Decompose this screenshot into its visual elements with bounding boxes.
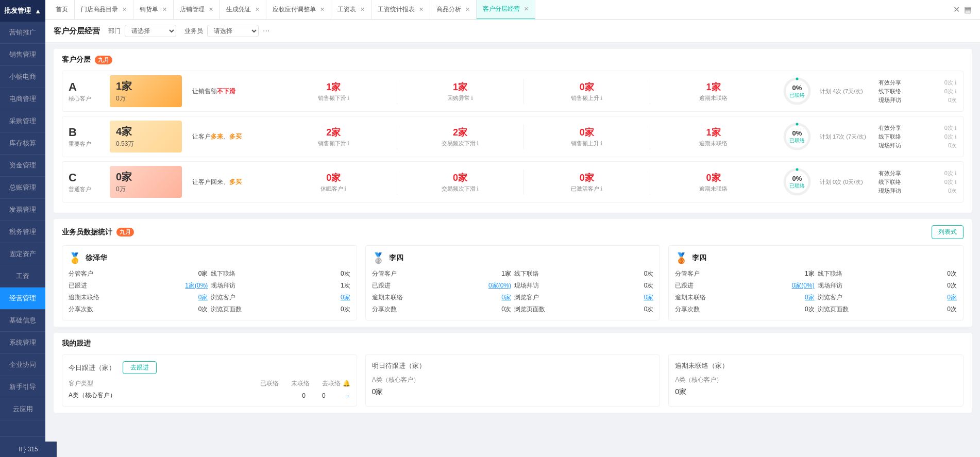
followup-today-row-a: A类（核心客户） 0 0 → [69,391,350,400]
page-title: 客户分层经营 [54,26,100,36]
tab-close-sales-order[interactable]: ✕ [162,6,167,13]
tab-close-store-products[interactable]: ✕ [122,6,127,13]
tier-right-a: 有效分享0次 ℹ 线下联络0次 ℹ 现场拜访0次 [874,79,957,104]
tab-close-payroll-table[interactable]: ✕ [360,6,365,13]
sidebar-item-payroll[interactable]: 工资 [0,265,45,287]
followup-overdue: 逾期未联络（家） A类（核心客户） 0家 [668,354,964,407]
customer-tier-title: 客户分层 九月 [62,55,964,64]
sidebar-item-guide[interactable]: 新手引导 [0,376,45,398]
tier-stats-a: 1家 销售额下滑 ℹ 1家 回购异常 ℹ 0家 销售额上升 ℹ 1家 逾期未联络 [271,79,776,104]
tab-bar: 首页 门店商品目录 ✕ 销货单 ✕ 店铺管理 ✕ 生成凭证 ✕ 应收应付调整单 … [45,0,980,20]
sidebar-item-operations[interactable]: 经营管理 [0,287,45,310]
tier-row-b: B 重要客户 4家 0.53万 让客户多来、多买 2家 销售额下滑 ℹ 2 [62,116,964,157]
tab-voucher[interactable]: 生成凭证 ✕ [220,0,266,20]
biz-header: 业务员数据统计 九月 列表式 [62,225,964,239]
followup-circle-c: 0% 已联络 [776,166,818,197]
tier-stat-b-3[interactable]: 0家 销售额上升 ℹ [524,124,651,149]
biz-title: 业务员数据统计 九月 [62,228,134,237]
list-view-button[interactable]: 列表式 [932,225,964,239]
medal-1: 🥇 [69,252,81,264]
sidebar-item-system[interactable]: 系统管理 [0,332,45,354]
sidebar-item-collab[interactable]: 企业协同 [0,354,45,376]
sidebar-item-marketing[interactable]: 营销推广 [0,22,45,44]
sidebar-item-sales[interactable]: 销售管理 [0,44,45,66]
biz-stats-1: 分管客户0家 线下联络0次 已跟进1家(0%) 现场拜访1次 逾期未联络0家 浏… [69,269,350,314]
tier-stat-c-3[interactable]: 0家 已激活客户 ℹ [524,170,651,195]
sidebar-item-cloud[interactable]: 云应用 [0,398,45,420]
sales-select[interactable]: 请选择 [207,25,259,37]
tier-plan-c: 计划 0次 (0天/次) [818,178,874,186]
tab-payroll-table[interactable]: 工资表 ✕ [331,0,371,20]
biz-card-3: 🥉 李四 分管客户1家 线下联络0次 已跟进0家(0%) 现场拜访0次 逾期未联… [668,245,964,320]
my-followup-section: 我的跟进 今日跟进（家） 去跟进 客户类型 已联络 未联络 去联络 🔔 [54,333,972,413]
sidebar-item-tax[interactable]: 税务管理 [0,221,45,243]
followup-circle-a: 0% 已联络 [776,76,818,107]
biz-card-1: 🥇 徐泽华 分管客户0家 线下联络0次 已跟进1家(0%) 现场拜访1次 逾期未… [62,245,357,320]
tier-suggest-c: 让客户回来、多买 [188,178,271,187]
go-followup-button[interactable]: 去跟进 [123,361,157,374]
tier-stat-b-1[interactable]: 2家 销售额下滑 ℹ [271,124,397,149]
tier-stat-a-3[interactable]: 0家 销售额上升 ℹ [524,79,651,104]
sales-filter-group: 业务员 请选择 ··· [184,25,269,37]
tab-home[interactable]: 首页 [49,0,75,20]
tab-close-store-management[interactable]: ✕ [209,6,213,13]
tier-right-c: 有效分享0次 ℹ 线下联络0次 ℹ 现场拜访0次 [874,170,957,195]
sidebar-title: 批发管理 [4,6,31,15]
content-body: 客户分层 九月 A 核心客户 1家 0万 让销售额不下滑 1家 [45,43,980,457]
tab-store-management[interactable]: 店铺管理 ✕ [174,0,220,20]
biz-month-badge: 九月 [116,228,134,236]
sidebar-item-inventory[interactable]: 库存核算 [0,132,45,155]
sidebar: 批发管理 ▲ 营销推广 销售管理 小畅电商 电商管理 采购管理 库存核算 资金管… [0,0,45,457]
tab-close-payroll-report[interactable]: ✕ [419,6,424,13]
followup-grid: 今日跟进（家） 去跟进 客户类型 已联络 未联络 去联络 🔔 A类（核心客户） … [62,354,964,407]
content-header: 客户分层经营 部门 请选择 业务员 请选择 ··· [45,20,980,43]
tier-stat-b-2[interactable]: 2家 交易频次下滑 ℹ [397,124,524,149]
sidebar-collapse-icon[interactable]: ▲ [35,7,41,15]
medal-2: 🥈 [372,252,385,264]
tier-stat-a-2[interactable]: 1家 回购异常 ℹ [397,79,524,104]
tab-close-ar-ap[interactable]: ✕ [320,6,325,13]
tab-close-voucher[interactable]: ✕ [255,6,260,13]
tier-suggest-b: 让客户多来、多买 [188,132,271,141]
sidebar-item-ecommerce[interactable]: 电商管理 [0,88,45,110]
tab-sales-order[interactable]: 销货单 ✕ [133,0,174,20]
tier-stat-c-4[interactable]: 0家 逾期未联络 [650,170,776,195]
tab-action-close[interactable]: ✕ [953,5,960,14]
tab-close-product-analysis[interactable]: ✕ [465,6,470,13]
tier-count-a: 1家 0万 [110,75,182,107]
followup-today-header: 客户类型 已联络 未联络 去联络 🔔 [69,379,350,388]
tab-ar-ap[interactable]: 应收应付调整单 ✕ [266,0,331,20]
sidebar-item-finance[interactable]: 资金管理 [0,155,45,177]
sidebar-item-basic[interactable]: 基础信息 [0,310,45,332]
tier-plan-b: 计划 17次 (7天/次) [818,133,874,141]
tier-stat-c-2[interactable]: 0家 交易频次下滑 ℹ [397,170,524,195]
go-contact-a[interactable]: → [344,392,350,399]
more-filter-icon[interactable]: ··· [263,26,269,36]
tab-payroll-report[interactable]: 工资统计报表 ✕ [371,0,430,20]
agent-name-3: 李四 [692,253,706,263]
sidebar-item-ledger[interactable]: 总账管理 [0,177,45,199]
tier-label-a: A 核心客户 [69,80,110,103]
sidebar-header[interactable]: 批发管理 ▲ [0,0,45,22]
tab-customer-tier[interactable]: 客户分层经营 ✕ [477,0,535,20]
tier-right-b: 有效分享0次 ℹ 线下联络0次 ℹ 现场拜访0次 [874,124,957,149]
tab-action-menu[interactable]: ▤ [964,5,972,14]
agent-name-1: 徐泽华 [86,253,107,263]
tier-suggest-a: 让销售额不下滑 [188,87,271,96]
sidebar-item-assets[interactable]: 固定资产 [0,243,45,265]
tier-stat-a-4[interactable]: 1家 逾期未联络 [650,79,776,104]
tier-stat-c-1[interactable]: 0家 休眠客户 ℹ [271,170,397,195]
tab-store-products[interactable]: 门店商品目录 ✕ [75,0,133,20]
tier-stat-b-4[interactable]: 1家 逾期未联络 [650,124,776,149]
tab-close-customer-tier[interactable]: ✕ [524,6,529,12]
sidebar-item-purchase[interactable]: 采购管理 [0,110,45,132]
tier-stat-a-1[interactable]: 1家 销售额下滑 ℹ [271,79,397,104]
tier-row-a: A 核心客户 1家 0万 让销售额不下滑 1家 销售额下滑 ℹ 1家 [62,71,964,112]
main-area: 首页 门店商品目录 ✕ 销货单 ✕ 店铺管理 ✕ 生成凭证 ✕ 应收应付调整单 … [45,0,980,457]
dept-select[interactable]: 请选择 [125,25,176,37]
tab-product-analysis[interactable]: 商品分析 ✕ [430,0,477,20]
sidebar-item-invoice[interactable]: 发票管理 [0,199,45,221]
followup-title: 我的跟进 [62,339,964,348]
sidebar-item-ecommerce-small[interactable]: 小畅电商 [0,66,45,88]
dept-filter-group: 部门 请选择 [108,25,176,37]
